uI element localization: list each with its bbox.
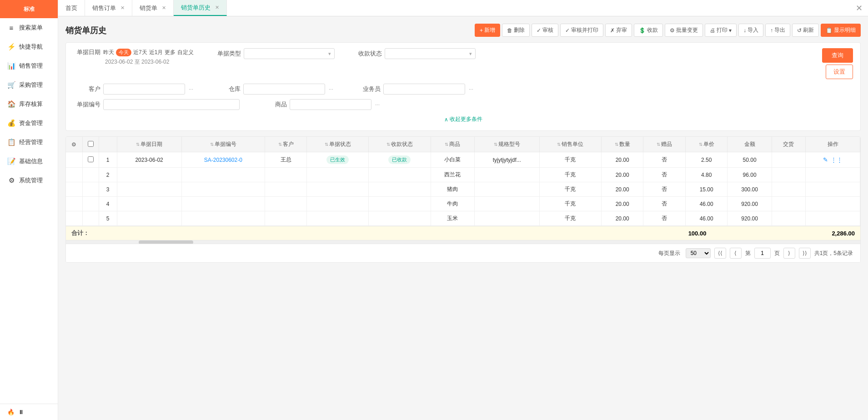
docno-input[interactable]: [103, 99, 240, 110]
td-trade: [772, 197, 805, 211]
next-page-button[interactable]: ⟩: [783, 248, 795, 259]
import-button[interactable]: ↓ 导入: [738, 24, 763, 37]
date-more[interactable]: 更多: [165, 49, 176, 56]
goods-dots-button[interactable]: ···: [375, 101, 380, 108]
type-select[interactable]: [244, 48, 335, 59]
per-page-select[interactable]: 50 100: [686, 248, 711, 258]
sidebar-item-purchase[interactable]: 🛒 采购管理: [0, 75, 58, 95]
refresh-icon: ↺: [797, 27, 802, 34]
batch-icon: ⚙: [670, 27, 675, 34]
goods-filter-group: 商品 ···: [260, 99, 380, 110]
td-doc-status: [307, 182, 369, 197]
show-detail-button[interactable]: 📋 显示明细: [821, 24, 861, 37]
purchase-icon: 🛒: [7, 81, 15, 89]
goods-input[interactable]: [290, 99, 371, 110]
collapse-filter-button[interactable]: ∧ 收起更多条件: [439, 114, 488, 125]
th-customer[interactable]: ⇅客户: [265, 137, 306, 152]
th-unit[interactable]: ⇅销售单位: [539, 137, 601, 152]
td-unit: 千克: [539, 197, 601, 211]
tab-home[interactable]: 首页: [58, 0, 85, 16]
sidebar-item-search[interactable]: ≡ 搜索菜单: [0, 18, 58, 37]
sidebar-item-inventory[interactable]: 🏠 库存核算: [0, 95, 58, 114]
select-all-checkbox[interactable]: [88, 141, 94, 147]
tab-sales-order[interactable]: 销售订单 ✕: [85, 0, 132, 16]
th-doc-no[interactable]: ⇅单据编号: [181, 137, 265, 152]
date-today[interactable]: 今天: [116, 49, 131, 56]
td-unit: 千克: [539, 211, 601, 226]
query-button[interactable]: 查询: [822, 48, 853, 63]
add-button[interactable]: + 新增: [475, 24, 500, 37]
customer-input[interactable]: [103, 84, 185, 95]
td-actions[interactable]: [806, 168, 860, 182]
td-pay-status: [369, 211, 431, 226]
th-check[interactable]: [82, 137, 99, 152]
th-spec[interactable]: ⇅规格型号: [474, 137, 539, 152]
footer-label: 合计：: [71, 229, 89, 237]
page-number-input[interactable]: [754, 248, 771, 259]
audit-print-button[interactable]: ✓ 审核并打印: [560, 24, 603, 37]
date-range-text: 2023-06-02 至 2023-06-02: [105, 59, 169, 65]
td-goods: 猪肉: [431, 182, 474, 197]
prev-page-button[interactable]: ⟨: [730, 248, 742, 259]
sidebar-item-finance[interactable]: 💰 资金管理: [0, 114, 58, 133]
td-check[interactable]: [82, 168, 99, 182]
salesperson-input[interactable]: [383, 84, 465, 95]
close-all-tabs-button[interactable]: ✕: [850, 3, 868, 13]
abandon-button[interactable]: ✗ 弃审: [605, 24, 632, 37]
th-doc-date[interactable]: ⇅单据日期: [117, 137, 181, 152]
close-sales-order-icon[interactable]: ✕: [120, 5, 125, 11]
status-select[interactable]: [385, 48, 476, 59]
sidebar-item-basic[interactable]: 📝 基础信息: [0, 152, 58, 171]
sidebar-item-operations[interactable]: 📋 经营管理: [0, 133, 58, 152]
pause-icon[interactable]: ⏸: [18, 409, 24, 415]
collect-button[interactable]: 💲 收款: [634, 24, 663, 37]
warehouse-dots-button[interactable]: ···: [329, 86, 333, 92]
refresh-button[interactable]: ↺ 刷新: [792, 24, 819, 37]
date-1month[interactable]: 近1月: [149, 49, 163, 56]
close-sales-goods-icon[interactable]: ✕: [162, 5, 166, 11]
td-goods: 牛肉: [431, 197, 474, 211]
sidebar-item-system[interactable]: ⚙ 系统管理: [0, 171, 58, 190]
sidebar-item-quicknav[interactable]: ⚡ 快捷导航: [0, 37, 58, 56]
td-check[interactable]: [82, 211, 99, 226]
docno-filter-group: 单据编号: [73, 99, 240, 110]
sidebar-item-sales[interactable]: 📊 销售管理: [0, 56, 58, 75]
td-check[interactable]: [82, 152, 99, 168]
td-check[interactable]: [82, 182, 99, 197]
tab-sales-history[interactable]: 销货单历史 ✕: [174, 0, 227, 16]
td-actions[interactable]: [806, 182, 860, 197]
fire-icon[interactable]: 🔥: [7, 409, 15, 415]
th-settings[interactable]: ⚙: [66, 137, 82, 152]
td-actions[interactable]: [806, 211, 860, 226]
export-button[interactable]: ↑ 导出: [765, 24, 790, 37]
page-suffix: 页: [774, 250, 780, 257]
settings-button[interactable]: 设置: [826, 65, 853, 79]
date-custom[interactable]: 自定义: [177, 49, 194, 56]
first-page-button[interactable]: ⟨⟨: [714, 248, 726, 259]
batch-change-button[interactable]: ⚙ 批量变更: [665, 24, 703, 37]
close-history-icon[interactable]: ✕: [215, 5, 219, 10]
customer-dots-button[interactable]: ···: [189, 86, 193, 92]
td-doc-no: [181, 211, 265, 226]
delete-button[interactable]: 🗑 删除: [502, 24, 530, 37]
th-unit-price[interactable]: ⇅单价: [685, 137, 727, 152]
th-qty[interactable]: ⇅数量: [601, 137, 643, 152]
th-doc-status[interactable]: ⇅单据状态: [307, 137, 369, 152]
th-goods[interactable]: ⇅商品: [431, 137, 474, 152]
th-pay-status[interactable]: ⇅收款状态: [369, 137, 431, 152]
horizontal-scrollbar[interactable]: [66, 240, 860, 244]
audit-button[interactable]: ✓ 审核: [532, 24, 558, 37]
th-gift[interactable]: ⇅赠品: [643, 137, 685, 152]
salesperson-dots-button[interactable]: ···: [469, 86, 473, 92]
warehouse-input[interactable]: [243, 84, 325, 95]
td-seq: 2: [99, 168, 117, 182]
last-page-button[interactable]: ⟩⟩: [799, 248, 811, 259]
td-check[interactable]: [82, 197, 99, 211]
td-actions[interactable]: ✎⋮⋮: [806, 152, 860, 168]
date-yesterday[interactable]: 昨天: [103, 49, 114, 56]
td-actions[interactable]: [806, 197, 860, 211]
print-icon: 🖨: [710, 27, 715, 34]
print-button[interactable]: 🖨 打印 ▾: [705, 24, 737, 37]
date-7days[interactable]: 近7天: [133, 49, 147, 56]
tab-sales-goods[interactable]: 销货单 ✕: [132, 0, 174, 16]
